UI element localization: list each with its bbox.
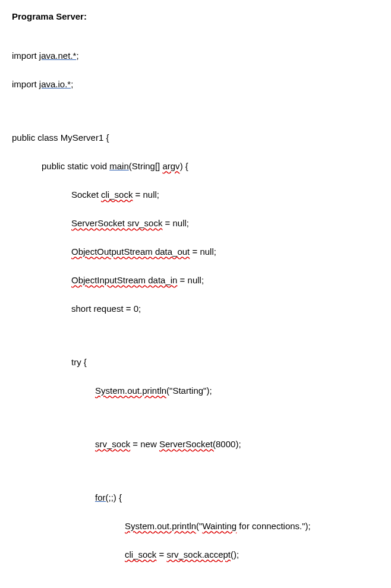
code-line: ObjectInputStream data_in = null; xyxy=(12,273,379,287)
spellcheck-text: argv xyxy=(162,161,179,171)
text: = null; xyxy=(190,246,216,257)
code-line: Socket cli_sock = null; xyxy=(12,188,379,202)
spellcheck-text: ObjectInputStream data_in xyxy=(71,275,177,285)
text: (" xyxy=(196,521,202,531)
text: ; xyxy=(76,50,78,61)
spellcheck-text: Wainting xyxy=(202,521,237,531)
code-line: System.out.println("Starting"); xyxy=(12,384,379,398)
text: import xyxy=(12,50,39,61)
underlined-text: for( xyxy=(95,492,109,502)
code-line: ObjectOutputStream data_out = null; xyxy=(12,245,379,259)
text: = null; xyxy=(162,218,189,228)
spellcheck-text: srv_sock xyxy=(95,439,130,449)
spellcheck-text: ServerSocket( xyxy=(159,439,216,449)
text: ) { xyxy=(180,161,188,171)
code-line: try { xyxy=(12,355,379,369)
underlined-text: main xyxy=(109,161,129,171)
document-title: Programa Server: xyxy=(12,10,379,24)
text: = null; xyxy=(133,189,159,200)
code-line: cli_sock = srv_sock.accept(); xyxy=(12,548,379,562)
code-line: import java.io.*; xyxy=(12,77,379,91)
text: public static void xyxy=(42,161,109,171)
spellcheck-text: System.out.println xyxy=(95,385,166,396)
blank-line xyxy=(12,576,379,587)
spellcheck-text: ObjectOutputStream data_out xyxy=(71,246,190,257)
text: (String[] xyxy=(129,161,163,171)
text: = xyxy=(156,549,166,559)
text: for connections."); xyxy=(237,521,311,531)
code-line: public class MyServer1 { xyxy=(12,131,379,145)
spellcheck-text: srv_sock.accept xyxy=(166,549,231,559)
code-line: public static void main(String[] argv) { xyxy=(12,159,379,173)
text: import xyxy=(12,79,39,89)
spellcheck-text: ServerSocket srv_sock xyxy=(71,218,162,228)
spellcheck-text: cli_sock xyxy=(125,549,156,559)
code-line: srv_sock = new ServerSocket(8000); xyxy=(12,437,379,451)
code-line: for(;;) { xyxy=(12,491,379,505)
text: = new xyxy=(130,439,159,449)
text: Socket xyxy=(71,189,101,200)
blank-line xyxy=(12,412,379,423)
spellcheck-text: System.out.println xyxy=(125,521,196,531)
text: public class MyServer1 { xyxy=(12,132,109,143)
text: ;;) { xyxy=(109,492,122,502)
underlined-text: java.io.* xyxy=(39,79,71,89)
code-line: ServerSocket srv_sock = null; xyxy=(12,216,379,230)
code-block: import java.net.*; import java.io.*; pub… xyxy=(12,34,379,588)
blank-line xyxy=(12,106,379,116)
code-line: System.out.println("Wainting for connect… xyxy=(12,519,379,533)
text: ("Starting"); xyxy=(166,385,212,396)
text: 8000); xyxy=(216,439,241,449)
text: (); xyxy=(231,549,239,559)
text: = null; xyxy=(177,275,204,285)
spellcheck-text: cli_sock xyxy=(101,189,133,200)
code-line: short request = 0; xyxy=(12,302,379,316)
text: ; xyxy=(71,79,73,89)
text: short request = 0; xyxy=(71,304,141,314)
blank-line xyxy=(12,466,379,476)
blank-line xyxy=(12,330,379,341)
code-line: import java.net.*; xyxy=(12,49,379,63)
underlined-text: java.net.* xyxy=(39,50,77,61)
text: try { xyxy=(71,357,87,367)
